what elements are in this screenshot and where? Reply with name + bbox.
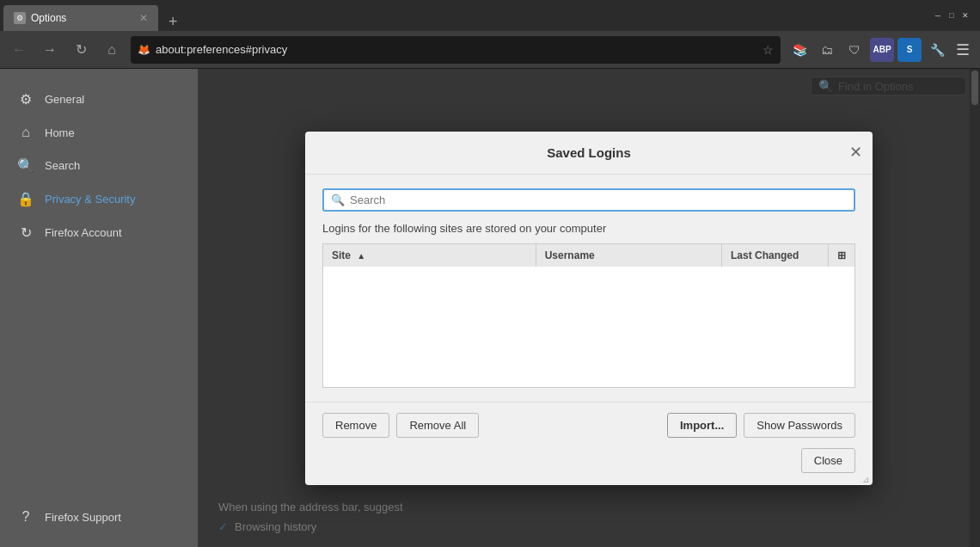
library-icon[interactable]: 📚 xyxy=(787,38,812,62)
bookmark-star-icon[interactable]: ☆ xyxy=(763,43,774,57)
sidebar: ⚙ General ⌂ Home 🔍 Search 🔒 Privacy & Se… xyxy=(0,69,198,547)
extension3-icon[interactable]: 🔧 xyxy=(925,38,949,62)
page-content: 🔍 When using the address bar, suggest ✓ … xyxy=(198,69,980,547)
sidebar-item-firefox-account[interactable]: ↻ Firefox Account xyxy=(0,216,198,249)
tab-favicon: ⚙ xyxy=(14,12,26,24)
logins-table-body xyxy=(323,267,854,387)
dialog-footer: Remove Remove All Import... Show Passwor… xyxy=(305,402,873,448)
sidebar-item-firefox-account-label: Firefox Account xyxy=(45,226,122,239)
address-bar[interactable] xyxy=(156,43,757,56)
active-tab[interactable]: ⚙ Options ✕ xyxy=(3,5,158,31)
dialog-close-button[interactable]: ✕ xyxy=(849,144,862,160)
search-logins-input[interactable] xyxy=(350,194,847,206)
dialog-body: 🔍 Logins for the following sites are sto… xyxy=(305,175,873,402)
modal-overlay: Saved Logins ✕ 🔍 Logins for the followin… xyxy=(198,69,980,547)
sidebar-item-home[interactable]: ⌂ Home xyxy=(0,116,198,149)
logins-table: Site ▲ Username Last Changed xyxy=(322,243,855,388)
reload-button[interactable]: ↻ xyxy=(69,38,93,62)
shield-icon[interactable]: 🛡 xyxy=(842,38,867,62)
extension2-icon[interactable]: S xyxy=(897,38,922,62)
show-passwords-button[interactable]: Show Passwords xyxy=(744,413,855,438)
window-controls: ─ □ ✕ xyxy=(927,0,977,31)
site-column-header[interactable]: Site ▲ xyxy=(323,244,536,267)
firefox-account-icon: ↻ xyxy=(17,224,34,241)
resize-grip[interactable]: ⊿ xyxy=(862,475,873,485)
sidebar-item-support[interactable]: ? Firefox Support xyxy=(0,501,198,533)
sidebar-item-search-label: Search xyxy=(45,159,80,172)
username-column-header[interactable]: Username xyxy=(536,244,721,267)
hamburger-menu-button[interactable]: ☰ xyxy=(952,40,973,59)
new-tab-button[interactable]: + xyxy=(162,13,185,31)
close-button[interactable]: ✕ xyxy=(959,9,971,22)
privacy-icon: 🔒 xyxy=(17,191,34,207)
tab-strip: ⚙ Options ✕ + ─ □ ✕ xyxy=(0,0,980,31)
remove-all-button[interactable]: Remove All xyxy=(396,413,479,438)
search-input-container: 🔍 xyxy=(322,188,855,212)
import-button[interactable]: Import... xyxy=(667,413,737,438)
dialog-title: Saved Logins xyxy=(547,145,631,160)
sidebar-item-general[interactable]: ⚙ General xyxy=(0,83,198,116)
home-button[interactable]: ⌂ xyxy=(100,38,124,62)
tab-close-button[interactable]: ✕ xyxy=(139,12,148,24)
content-area: ⚙ General ⌂ Home 🔍 Search 🔒 Privacy & Se… xyxy=(0,69,980,547)
dialog-header: Saved Logins ✕ xyxy=(305,132,873,175)
sidebar-item-general-label: General xyxy=(45,93,84,106)
address-bar-container: 🦊 ☆ xyxy=(131,36,781,64)
browser-chrome: ⚙ Options ✕ + ─ □ ✕ ← → ↻ ⌂ 🦊 ☆ 📚 🗂 🛡 AB… xyxy=(0,0,980,69)
search-nav-icon: 🔍 xyxy=(17,157,34,174)
remove-button[interactable]: Remove xyxy=(322,413,389,438)
minimize-button[interactable]: ─ xyxy=(932,9,944,22)
logins-description: Logins for the following sites are store… xyxy=(322,222,855,235)
back-button[interactable]: ← xyxy=(7,38,31,62)
extension1-icon[interactable]: ABP xyxy=(870,38,894,62)
saved-logins-dialog: Saved Logins ✕ 🔍 Logins for the followin… xyxy=(305,132,873,485)
general-icon: ⚙ xyxy=(17,91,34,108)
forward-button[interactable]: → xyxy=(38,38,62,62)
site-sort-arrow: ▲ xyxy=(357,251,365,261)
last-changed-column-label: Last Changed xyxy=(731,249,799,261)
synced-tabs-icon[interactable]: 🗂 xyxy=(815,38,839,62)
firefox-icon: 🦊 xyxy=(138,44,150,56)
support-icon: ? xyxy=(17,509,34,525)
toolbar-icons: 📚 🗂 🛡 ABP S 🔧 ☰ xyxy=(787,38,973,62)
icon-column-label: ⊞ xyxy=(837,249,846,261)
sidebar-item-privacy-label: Privacy & Security xyxy=(45,193,135,206)
icon-column-header[interactable]: ⊞ xyxy=(828,244,854,267)
search-logins-icon: 🔍 xyxy=(331,194,345,206)
logins-table-header: Site ▲ Username Last Changed xyxy=(323,244,854,267)
tab-label: Options xyxy=(31,12,66,24)
sidebar-item-search[interactable]: 🔍 Search xyxy=(0,149,198,182)
sidebar-item-privacy[interactable]: 🔒 Privacy & Security xyxy=(0,182,198,216)
last-changed-column-header[interactable]: Last Changed xyxy=(721,244,828,267)
toolbar: ← → ↻ ⌂ 🦊 ☆ 📚 🗂 🛡 ABP S 🔧 ☰ xyxy=(0,31,980,69)
site-column-label: Site xyxy=(332,249,351,261)
home-icon: ⌂ xyxy=(17,125,34,140)
sidebar-item-support-label: Firefox Support xyxy=(45,511,121,524)
sidebar-item-home-label: Home xyxy=(45,126,75,139)
close-dialog-button[interactable]: Close xyxy=(801,448,855,473)
username-column-label: Username xyxy=(545,249,595,261)
tab-group: ⚙ Options ✕ + xyxy=(3,5,927,31)
maximize-button[interactable]: □ xyxy=(946,9,958,22)
